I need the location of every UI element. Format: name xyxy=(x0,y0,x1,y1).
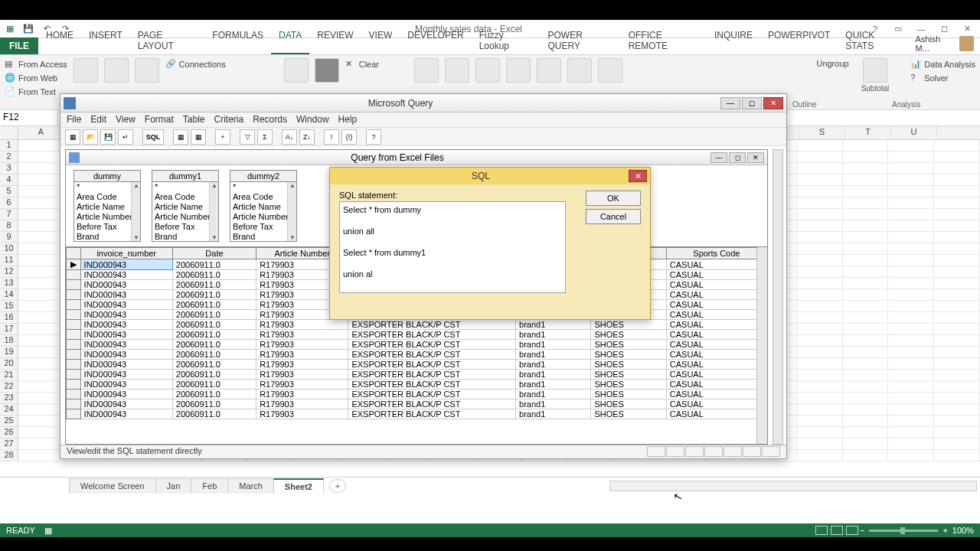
result-cell[interactable]: 20060911.0 xyxy=(172,310,256,320)
result-cell[interactable]: IND000943 xyxy=(80,320,172,330)
sheet-tab-jan[interactable]: Jan xyxy=(155,478,192,494)
row-header[interactable]: 1 xyxy=(0,140,18,152)
field-item[interactable]: Area Code xyxy=(74,192,131,202)
row-header[interactable]: 12 xyxy=(0,266,18,278)
field-item[interactable]: * xyxy=(230,182,287,192)
result-cell[interactable]: 20060911.0 xyxy=(172,270,256,280)
result-cell[interactable]: IND000943 xyxy=(80,360,172,370)
result-cell[interactable]: SHOES xyxy=(591,320,666,330)
row-header[interactable]: 10 xyxy=(0,243,18,255)
result-cell[interactable]: CASUAL xyxy=(666,290,766,300)
result-cell[interactable]: R179903 xyxy=(256,350,348,360)
row-selector[interactable] xyxy=(67,399,81,409)
tb-save-icon[interactable]: 💾 xyxy=(100,129,116,145)
mq-menu-window[interactable]: Window xyxy=(296,114,329,126)
result-cell[interactable]: EXSPORTER BLACK/P CST xyxy=(348,350,516,360)
zoom-value[interactable]: 100% xyxy=(952,526,974,535)
row-header[interactable]: 20 xyxy=(0,358,18,370)
refresh-all-icon[interactable] xyxy=(135,58,159,83)
result-cell[interactable]: 20060911.0 xyxy=(172,390,256,399)
tab-data[interactable]: DATA xyxy=(271,27,309,54)
result-cell[interactable]: brand1 xyxy=(516,370,591,380)
result-cell[interactable]: CASUAL xyxy=(666,409,766,419)
result-cell[interactable]: IND000943 xyxy=(80,290,172,300)
result-cell[interactable]: 20060911.0 xyxy=(172,360,256,370)
result-cell[interactable]: CASUAL xyxy=(666,390,766,399)
result-cell[interactable]: SHOES xyxy=(591,350,666,360)
result-col-header[interactable]: Date xyxy=(172,248,256,259)
row-selector[interactable] xyxy=(67,330,81,340)
row-selector[interactable] xyxy=(67,360,81,370)
row-header[interactable]: 6 xyxy=(0,197,18,209)
row-header[interactable]: 28 xyxy=(0,450,18,461)
result-cell[interactable]: SHOES xyxy=(591,330,666,340)
table-pane-dummy[interactable]: dummy*Area CodeArticle NameArticle Numbe… xyxy=(74,170,141,242)
row-selector[interactable] xyxy=(67,390,81,399)
result-col-header[interactable]: Sports Code xyxy=(666,248,766,259)
mq-maximize-icon[interactable]: ◻ xyxy=(742,97,762,109)
tab-formulas[interactable]: FORMULAS xyxy=(204,27,271,54)
tab-home[interactable]: HOME xyxy=(38,27,81,54)
view-break-icon[interactable] xyxy=(846,526,858,535)
row-selector[interactable] xyxy=(67,300,81,310)
result-cell[interactable]: SHOES xyxy=(591,360,666,370)
field-item[interactable]: * xyxy=(152,182,209,192)
row-selector[interactable] xyxy=(67,340,81,350)
result-cell[interactable]: 20060911.0 xyxy=(172,340,256,350)
view-layout-icon[interactable] xyxy=(831,526,843,535)
result-cell[interactable]: brand1 xyxy=(516,320,591,330)
result-cell[interactable]: CASUAL xyxy=(666,399,766,409)
result-cell[interactable]: 20060911.0 xyxy=(172,259,256,270)
qat-save-icon[interactable]: 💾 xyxy=(21,22,35,36)
row-selector[interactable] xyxy=(67,290,81,300)
text-to-columns-icon[interactable] xyxy=(414,58,439,83)
tb-autoquery-icon[interactable]: (!) xyxy=(341,129,357,145)
sheet-tab-feb[interactable]: Feb xyxy=(191,478,228,494)
row-selector[interactable] xyxy=(67,310,81,320)
row-header[interactable]: 3 xyxy=(0,163,18,174)
field-item[interactable]: Area Code xyxy=(152,192,209,202)
result-cell[interactable]: EXSPORTER BLACK/P CST xyxy=(348,370,516,380)
field-item[interactable]: * xyxy=(74,182,131,192)
row-header[interactable]: 5 xyxy=(0,186,18,197)
zoom-in-icon[interactable]: + xyxy=(942,526,947,535)
row-header[interactable]: 2 xyxy=(0,152,18,163)
field-item[interactable]: Before Tax xyxy=(152,222,209,232)
result-cell[interactable]: SHOES xyxy=(591,399,666,409)
mq-menu-format[interactable]: Format xyxy=(145,114,174,126)
horizontal-scrollbar[interactable] xyxy=(609,481,977,491)
from-text-button[interactable]: 📄From Text xyxy=(5,86,67,98)
result-cell[interactable]: IND000943 xyxy=(80,310,172,320)
result-cell[interactable]: IND000943 xyxy=(80,259,172,270)
row-header[interactable]: 25 xyxy=(0,416,18,427)
result-cell[interactable]: brand1 xyxy=(516,380,591,390)
result-cell[interactable]: R179903 xyxy=(256,340,348,350)
zoom-slider[interactable] xyxy=(869,530,938,532)
row-header[interactable]: 24 xyxy=(0,404,18,416)
result-cell[interactable]: brand1 xyxy=(516,399,591,409)
result-cell[interactable]: R179903 xyxy=(256,360,348,370)
name-box[interactable]: F12 xyxy=(0,110,58,126)
tb-addtable-icon[interactable]: + xyxy=(215,129,230,145)
field-item[interactable]: Brand xyxy=(74,232,131,241)
tb-sortdesc-icon[interactable]: Z↓ xyxy=(299,129,315,145)
sql-statement-input[interactable] xyxy=(339,201,566,293)
subtotal-icon[interactable] xyxy=(863,58,887,83)
connections-button[interactable]: 🔗Connections xyxy=(165,58,226,70)
result-cell[interactable]: IND000943 xyxy=(80,399,172,409)
result-cell[interactable]: EXSPORTER BLACK/P CST xyxy=(348,320,516,330)
field-item[interactable]: Area Code xyxy=(230,192,287,202)
mq-minimize-icon[interactable]: — xyxy=(720,97,740,109)
other-sources-icon[interactable] xyxy=(74,58,98,83)
tb-new-icon[interactable]: ▦ xyxy=(65,129,80,145)
result-cell[interactable]: R179903 xyxy=(256,399,348,409)
table-pane-dummy2[interactable]: dummy2*Area CodeArticle NameArticle Numb… xyxy=(230,170,297,242)
mq-menu-view[interactable]: View xyxy=(116,114,136,126)
ungroup-button[interactable]: Ungroup xyxy=(816,58,848,69)
mq-menu-file[interactable]: File xyxy=(67,114,81,126)
result-cell[interactable]: CASUAL xyxy=(666,300,766,310)
qc-close-icon[interactable]: ✕ xyxy=(747,152,764,163)
remove-dup-icon[interactable] xyxy=(475,58,500,83)
result-cell[interactable]: R179903 xyxy=(256,390,348,399)
result-cell[interactable]: EXSPORTER BLACK/P CST xyxy=(348,390,516,399)
